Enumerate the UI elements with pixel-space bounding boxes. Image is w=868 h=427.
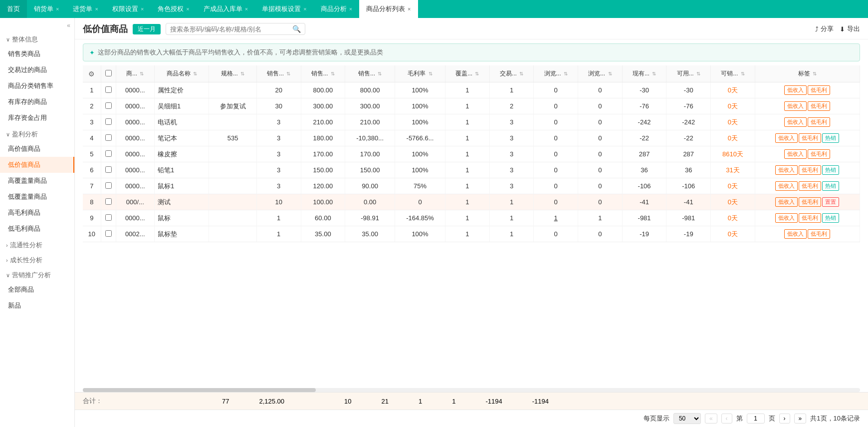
cell-checkbox[interactable] [101, 130, 116, 146]
sidebar-item-low-value[interactable]: 低价值商品 [0, 157, 74, 173]
table-row: 1 0000... 属性定价 20 800.00 800.00 100% 1 1… [83, 82, 860, 98]
close-icon[interactable]: × [95, 6, 98, 12]
cell-browse1[interactable]: 0 [534, 130, 578, 146]
tag-badge: 低收入 [784, 117, 807, 127]
close-icon[interactable]: × [349, 6, 352, 12]
nav-sales-order[interactable]: 销货单 × [27, 0, 66, 18]
sidebar-group-growth[interactable]: › 成长性分析 [0, 252, 74, 267]
row-checkbox[interactable] [105, 102, 112, 109]
first-page-button[interactable]: « [705, 414, 717, 424]
cell-browse1[interactable]: 1 [534, 210, 578, 226]
nav-role-auth[interactable]: 角色授权 × [151, 0, 196, 18]
nav-permissions[interactable]: 权限设置 × [105, 0, 151, 18]
sidebar-group-profit[interactable]: ∨ 盈利分析 [0, 126, 74, 141]
next-page-button[interactable]: › [779, 414, 790, 424]
close-icon[interactable]: × [303, 6, 306, 12]
nav-template-settings[interactable]: 单据模板设置 × [255, 0, 313, 18]
row-checkbox[interactable] [105, 198, 112, 205]
export-button[interactable]: ⬇ 导出 [840, 24, 860, 33]
cell-browse1[interactable]: 0 [534, 114, 578, 130]
sidebar-group-liquidity[interactable]: › 流通性分析 [0, 237, 74, 252]
select-all-checkbox[interactable] [105, 70, 112, 76]
cell-browse1[interactable]: 0 [534, 178, 578, 194]
cell-browse1[interactable]: 0 [534, 226, 578, 242]
cell-checkbox[interactable] [101, 210, 116, 226]
table-container[interactable]: ⚙ 商... ⇅ 商品名称 ⇅ 规格... ⇅ 销售... ⇅ 销售... ⇅ … [75, 65, 868, 388]
cell-browse1[interactable]: 0 [534, 162, 578, 178]
nav-home[interactable]: 首页 [0, 0, 27, 18]
scrollbar-thumb[interactable] [83, 388, 316, 392]
page-size-select[interactable]: 50 100 200 [673, 413, 701, 424]
cell-checkbox[interactable] [101, 194, 116, 210]
row-checkbox[interactable] [105, 86, 112, 93]
close-icon[interactable]: × [408, 6, 411, 12]
row-checkbox[interactable] [105, 134, 112, 141]
search-icon[interactable]: 🔍 [292, 25, 301, 33]
cell-browse1[interactable]: 0 [534, 194, 578, 210]
cell-browse1[interactable]: 0 [534, 98, 578, 114]
th-checkbox[interactable] [101, 65, 116, 82]
gear-icon[interactable]: ⚙ [88, 70, 95, 78]
nav-product-analysis[interactable]: 商品分析 × [314, 0, 359, 18]
sidebar-group-marketing[interactable]: ∨ 营销推广分析 [0, 267, 74, 282]
row-checkbox[interactable] [105, 182, 112, 189]
sidebar-item-high-margin[interactable]: 高毛利商品 [0, 205, 74, 221]
last-page-button[interactable]: » [794, 414, 807, 424]
sidebar-group-overall[interactable]: ∨ 整体信息 [0, 31, 74, 46]
page-number-input[interactable] [747, 414, 765, 424]
cell-no: 8 [83, 194, 101, 210]
horizontal-scrollbar[interactable] [83, 388, 860, 392]
row-checkbox[interactable] [105, 230, 112, 237]
sidebar-item-high-value[interactable]: 高价值商品 [0, 141, 74, 157]
cell-checkbox[interactable] [101, 146, 116, 162]
cell-spec [209, 194, 257, 210]
row-checkbox[interactable] [105, 118, 112, 125]
sidebar-item-category-sales-rate[interactable]: 商品分类销售率 [0, 78, 74, 94]
cell-available: 36 [666, 162, 711, 178]
close-icon[interactable]: × [245, 6, 248, 12]
cell-tags: 低收入低毛利 [755, 146, 860, 162]
sidebar-item-inventory-capital[interactable]: 库存资金占用 [0, 110, 74, 126]
table-row: 2 0000... 吴细细1 参加复试 30 300.00 300.00 100… [83, 98, 860, 114]
cell-checkbox[interactable] [101, 98, 116, 114]
close-icon[interactable]: × [186, 6, 189, 12]
sidebar-item-new-products[interactable]: 新品 [0, 298, 74, 314]
row-checkbox[interactable] [105, 166, 112, 173]
cell-checkbox[interactable] [101, 178, 116, 194]
cell-checkbox[interactable] [101, 82, 116, 98]
cell-browse1[interactable]: 0 [534, 82, 578, 98]
cell-checkbox[interactable] [101, 114, 116, 130]
info-bar: ✦ 这部分商品的销售收入大幅低于商品平均销售收入，价值不高，可考虑调整营销策略，… [83, 43, 860, 61]
nav-product-storage[interactable]: 产成品入库单 × [197, 0, 255, 18]
row-checkbox[interactable] [105, 214, 112, 221]
th-gear[interactable]: ⚙ [83, 65, 101, 82]
sidebar-item-in-stock[interactable]: 有库存的商品 [0, 94, 74, 110]
nav-product-analysis-list[interactable]: 商品分析列表 × [359, 0, 418, 18]
tag-badge: 热销 [822, 181, 839, 191]
cell-checkbox[interactable] [101, 162, 116, 178]
prev-page-button[interactable]: ‹ [721, 414, 732, 424]
tag-badge: 低毛利 [808, 149, 830, 159]
sidebar-item-traded-products[interactable]: 交易过的商品 [0, 62, 74, 78]
table-row: 3 0000... 电话机 3 210.00 210.00 100% 1 3 0… [83, 114, 860, 130]
search-input[interactable] [170, 25, 289, 33]
row-checkbox[interactable] [105, 150, 112, 157]
period-badge[interactable]: 近一月 [133, 24, 161, 34]
cell-current: -41 [622, 194, 666, 210]
chevron-down-icon: ∨ [6, 272, 10, 279]
sidebar-item-low-margin[interactable]: 低毛利商品 [0, 221, 74, 237]
sidebar-item-high-coverage[interactable]: 高覆盖量商品 [0, 173, 74, 189]
sidebar-item-low-coverage[interactable]: 低覆盖量商品 [0, 189, 74, 205]
close-icon[interactable]: × [56, 6, 59, 12]
sidebar-item-sales-products[interactable]: 销售类商品 [0, 46, 74, 62]
cell-browse2: 0 [578, 130, 623, 146]
sidebar-collapse-btn[interactable]: « [0, 18, 74, 31]
cell-available: -30 [666, 82, 711, 98]
cell-browse1[interactable]: 0 [534, 146, 578, 162]
share-button[interactable]: ⤴ 分享 [815, 24, 834, 33]
sidebar-item-all-products[interactable]: 全部商品 [0, 282, 74, 298]
cell-checkbox[interactable] [101, 226, 116, 242]
nav-purchase-order[interactable]: 进货单 × [66, 0, 105, 18]
cell-no: 4 [83, 130, 101, 146]
close-icon[interactable]: × [141, 6, 144, 12]
